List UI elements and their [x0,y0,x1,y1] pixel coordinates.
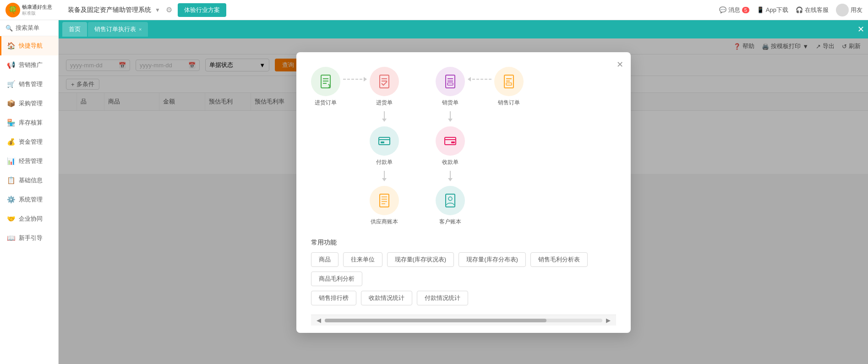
svg-rect-18 [448,83,453,85]
svg-rect-7 [379,137,390,145]
top-bar: 🍀 畅康通好生意 标准版 装备及固定资产辅助管理系统 ▼ ⚙ 体验行业方案 💬 … [0,0,868,20]
func-btn-product[interactable]: 商品 [311,252,338,267]
flow-purchase-order: 进货订单 [311,67,340,107]
svg-rect-19 [445,137,456,145]
arrow-receipt-to-payment [382,111,387,122]
sidebar: 🔍 搜索菜单 🏠 快捷导航 📢 营销推广 🛒 销售管理 📦 采购管理 🏪 [0,20,59,364]
sidebar-item-sales[interactable]: 🛒 销售管理 [0,75,58,94]
logo-icon: 🍀 [5,3,20,17]
func-btn-sales-profit[interactable]: 销售毛利分析表 [530,252,588,267]
main-area: 🔍 搜索菜单 🏠 快捷导航 📢 营销推广 🛒 销售管理 📦 采购管理 🏪 [0,20,868,364]
download-icon: 📱 [757,6,764,13]
modal-scroll-bar: ◀ ▶ [311,315,616,326]
func-btn-product-profit[interactable]: 商品毛利分析 [311,272,362,286]
scroll-left-btn[interactable]: ◀ [317,317,321,324]
operation-icon: 📊 [7,157,15,165]
app-container: 🍀 畅康通好生意 标准版 装备及固定资产辅助管理系统 ▼ ⚙ 体验行业方案 💬 … [0,0,868,364]
payment-icon [370,126,399,156]
common-func-title: 常用功能 [311,239,616,247]
func-btn-stock-status[interactable]: 现存量(库存状况表) [387,252,454,267]
content-area: 首页 销售订单执行表 × ✕ ❓ 帮助 [59,20,868,364]
message-btn[interactable]: 💬 消息 5 [719,6,749,14]
search-icon: 🔍 [5,25,13,32]
svg-rect-9 [381,141,384,143]
svg-rect-10 [380,194,389,207]
scroll-track [325,319,602,322]
customer-ledger-icon [436,186,465,215]
svg-rect-21 [451,141,455,143]
func-buttons-row2: 销售排行榜 收款情况统计 付款情况统计 [311,291,616,305]
arrow-sales-to-receipt [448,111,453,122]
sidebar-item-beginner[interactable]: 📖 新手引导 [0,228,58,248]
message-icon: 💬 [719,6,726,13]
home-icon: 🏠 [7,42,15,50]
svg-rect-27 [506,83,512,85]
basic-info-icon: 📋 [7,176,15,185]
sidebar-item-quick-nav[interactable]: 🏠 快捷导航 [0,36,58,55]
beginner-icon: 📖 [7,234,15,242]
flow-node-sales-receipt[interactable]: 销货单 [436,67,465,107]
sidebar-item-inventory[interactable]: 🏪 库存核算 [0,113,58,132]
sidebar-item-enterprise[interactable]: 🤝 企业协同 [0,209,58,228]
modal-overlay[interactable]: ✕ 进货订单 [59,38,868,364]
tab-home[interactable]: 首页 [62,22,87,37]
settings-btn[interactable]: ⚙ [166,5,172,14]
avatar [836,4,849,16]
sidebar-item-purchase[interactable]: 📦 采购管理 [0,94,58,113]
func-btn-payment-stats[interactable]: 付款情况统计 [417,291,468,305]
marketing-icon: 📢 [7,61,15,69]
page-content: ❓ 帮助 🖨️ 按模板打印 ▼ ↗ 导出 ↺ [59,38,868,364]
fund-icon: 💰 [7,138,15,146]
tab-sales-order[interactable]: 销售订单执行表 × [88,22,148,37]
message-badge: 5 [742,7,749,13]
sidebar-item-fund[interactable]: 💰 资金管理 [0,132,58,152]
arrow-receipt-to-customer [448,171,453,181]
system-dropdown-btn[interactable]: ▼ [155,7,160,13]
arrow-payment-to-supplier [382,171,387,181]
flow-node-sales-order[interactable]: 销售订单 [494,67,524,107]
tab-close-btn[interactable]: × [139,27,142,32]
func-btn-receipt-stats[interactable]: 收款情况统计 [361,291,412,305]
purchase-icon: 📦 [7,99,15,108]
sidebar-item-operation[interactable]: 📊 经营管理 [0,152,58,171]
flow-node-payment[interactable]: 付款单 [370,126,399,166]
scroll-right-btn[interactable]: ▶ [606,317,611,324]
sidebar-item-system[interactable]: ⚙️ 系统管理 [0,190,58,209]
top-right-actions: 💬 消息 5 📱 App下载 🎧 在线客服 用友 [719,4,863,16]
sales-icon: 🛒 [7,80,15,88]
online-service-btn[interactable]: 🎧 在线客服 [796,6,829,14]
func-btn-contacts[interactable]: 往来单位 [343,252,382,267]
flow-diagram: 进货订单 [311,67,616,226]
func-btn-stock-dist[interactable]: 现存量(库存分布表) [459,252,526,267]
service-icon: 🎧 [796,6,803,13]
arrow-purchase-to-receipt [340,77,370,81]
svg-point-23 [448,197,452,201]
flow-node-receipt[interactable]: 收款单 [436,126,465,166]
purchase-order-icon [311,67,340,96]
flow-node-supplier-ledger[interactable]: 供应商账本 [370,186,399,226]
modal-close-btn[interactable]: ✕ [617,60,623,70]
system-title: 装备及固定资产辅助管理系统 ▼ ⚙ [68,5,172,14]
search-menu-btn[interactable]: 🔍 搜索菜单 [0,20,58,36]
flow-sales-order: 销售订单 [494,67,524,107]
supplier-ledger-icon [370,186,399,215]
flow-modal: ✕ 进货订单 [296,52,631,333]
func-btn-sales-rank[interactable]: 销售排行榜 [311,291,356,305]
tab-close-all-btn[interactable]: ✕ [857,24,864,34]
logo-text: 畅康通好生意 标准版 [22,4,52,16]
flow-purchase-receipt: 进货单 [370,67,399,226]
sales-order-icon [494,67,524,96]
flow-node-purchase-receipt[interactable]: 进货单 [370,67,399,107]
system-name-label: 装备及固定资产辅助管理系统 [68,6,151,14]
sidebar-item-basic-info[interactable]: 📋 基础信息 [0,171,58,190]
arrow-sales-order-to-receipt [465,77,494,81]
try-btn[interactable]: 体验行业方案 [178,3,226,17]
sidebar-item-marketing[interactable]: 📢 营销推广 [0,55,58,75]
flow-node-purchase-order[interactable]: 进货订单 [311,67,340,107]
func-buttons-row1: 商品 往来单位 现存量(库存状况表) 现存量(库存分布表) 销售毛利分析表 商品… [311,252,616,286]
app-download-btn[interactable]: 📱 App下载 [757,6,788,14]
user-profile-btn[interactable]: 用友 [836,4,863,16]
sales-receipt-icon [436,67,465,96]
flow-node-customer-ledger[interactable]: 客户账本 [436,186,465,226]
system-icon: ⚙️ [7,196,15,204]
